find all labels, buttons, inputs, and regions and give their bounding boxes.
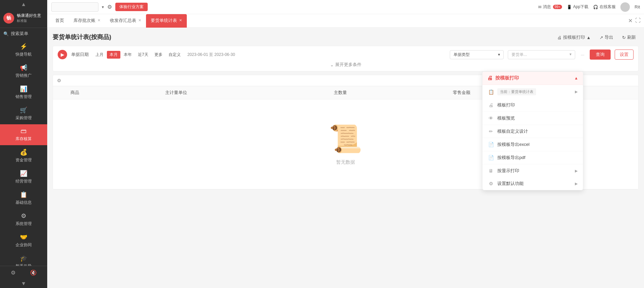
th-quantity: 主数量 bbox=[330, 86, 449, 99]
dropdown-export-excel[interactable]: 📄 按模板导出excel bbox=[482, 138, 583, 151]
dropdown-template-preview[interactable]: 👁 模板预览 bbox=[482, 112, 583, 125]
dropdown-header[interactable]: 🖨 按模板打印 ▲ bbox=[482, 72, 583, 85]
sidebar-item-inventory[interactable]: 🗃 库存核算 bbox=[0, 124, 47, 145]
chevron-down-icon: ▾ bbox=[498, 52, 500, 57]
sidebar-nav: ⚡ 快捷导航 📢 营销推广 📊 销售管理 🛒 采购管理 🗃 库存核算 💰 资金管… bbox=[0, 39, 47, 266]
sidebar-item-sales[interactable]: 📊 销售管理 bbox=[0, 82, 47, 103]
template-custom-icon: ✏ bbox=[488, 129, 494, 134]
sidebar-item-guide[interactable]: 🎓 新手引导 bbox=[0, 251, 47, 266]
query-button[interactable]: 查询 bbox=[590, 50, 611, 60]
sidebar-item-basic[interactable]: 📋 基础信息 bbox=[0, 188, 47, 209]
order-category-label: 要货单... bbox=[511, 52, 527, 57]
app-download-action[interactable]: 📱 App下载 bbox=[567, 4, 588, 10]
template-print-btn[interactable]: 🖨 按模板打印 ▲ bbox=[555, 33, 593, 42]
sidebar-item-label-finance: 资金管理 bbox=[16, 157, 32, 163]
default-setting-arrow: ▶ bbox=[575, 182, 578, 186]
online-service-label: 在线客服 bbox=[599, 4, 616, 10]
message-badge: 99+ bbox=[553, 5, 562, 9]
tab-order-stats[interactable]: 要货单统计表✕ bbox=[146, 14, 187, 28]
export-btn[interactable]: ↗ 导出 bbox=[597, 33, 616, 42]
tab-home[interactable]: 首页 bbox=[51, 14, 69, 28]
tab-close-inventory-batch[interactable]: ✕ bbox=[97, 18, 100, 23]
app-download-label: App下载 bbox=[573, 4, 588, 10]
quick-nav-icon: ⚡ bbox=[20, 43, 27, 50]
message-action[interactable]: ✉ 消息 99+ bbox=[538, 4, 562, 10]
online-service-action[interactable]: 🎧 在线客服 bbox=[593, 4, 616, 10]
tab-close-receipt-summary[interactable]: ✕ bbox=[138, 18, 141, 23]
template-custom-label: 模板自定义设计 bbox=[497, 128, 528, 134]
dropdown-export-pdf[interactable]: 📄 按模板导出pdf bbox=[482, 151, 583, 164]
table-settings-icon[interactable]: ⚙ bbox=[57, 78, 61, 83]
mute-icon[interactable]: 🔇 bbox=[30, 269, 37, 276]
user-avatar[interactable] bbox=[620, 2, 630, 12]
date-btn-last7days[interactable]: 近7天 bbox=[135, 51, 151, 59]
topbar-dropdown-arrow[interactable]: ▾ bbox=[102, 5, 104, 9]
date-btn-current-month[interactable]: 本月 bbox=[107, 51, 120, 59]
date-btn-prev-month[interactable]: 上月 bbox=[93, 51, 106, 59]
current-arrow: ▶ bbox=[575, 90, 578, 94]
window-expand-btn[interactable]: ⛶ bbox=[635, 18, 641, 24]
th-unit: 主计量单位 bbox=[161, 86, 330, 99]
ellipsis-action[interactable]: ··· bbox=[581, 52, 584, 57]
tab-label-receipt-summary: 收发存汇总表 bbox=[110, 18, 136, 24]
sidebar-item-marketing[interactable]: 📢 营销推广 bbox=[0, 61, 47, 82]
download-icon: 📱 bbox=[567, 5, 572, 9]
topbar-gear-icon[interactable]: ⚙ bbox=[107, 4, 112, 10]
sidebar-item-system[interactable]: ⚙ 系统管理 bbox=[0, 209, 47, 230]
dropdown-template-print[interactable]: 🖨 模板打印 bbox=[482, 99, 583, 112]
sidebar-scroll-down[interactable]: ▼ bbox=[0, 279, 47, 288]
expand-label: 展开更多条件 bbox=[335, 62, 361, 68]
dropdown-template-custom[interactable]: ✏ 模板自定义设计 bbox=[482, 125, 583, 138]
topbar-actions: ✉ 消息 99+ 📱 App下载 🎧 在线客服 Rit bbox=[538, 2, 640, 12]
sidebar-scroll-up[interactable]: ▲ bbox=[0, 0, 47, 9]
sidebar-item-purchase[interactable]: 🛒 采购管理 bbox=[0, 103, 47, 124]
template-preview-label: 模板预览 bbox=[497, 115, 515, 121]
search-icon: 🔍 bbox=[3, 31, 9, 36]
dropdown-display-print[interactable]: 🖥 按显示打印 ▶ bbox=[482, 164, 583, 177]
dropdown-default-setting[interactable]: ⚙ 设置默认功能 ▶ bbox=[482, 177, 583, 190]
setting-button[interactable]: 设置 bbox=[615, 50, 634, 60]
dropdown-current-item[interactable]: 📋 当前：要货单统计表 ▶ bbox=[482, 85, 583, 99]
settings-icon[interactable]: ⚙ bbox=[11, 269, 16, 276]
tab-inventory-batch[interactable]: 库存批次账✕ bbox=[69, 14, 105, 28]
order-type-select[interactable]: 单据类型 ▾ bbox=[450, 50, 504, 59]
sidebar-item-label-purchase: 采购管理 bbox=[16, 115, 32, 121]
tabs-bar: 首页库存批次账✕收发存汇总表✕要货单统计表✕ ✕ ⛶ bbox=[47, 14, 644, 28]
filter-row: ▶ 单据日期 上月本月本年近7天更多自定义 2023-06-01 至 2023-… bbox=[58, 50, 634, 60]
order-category-filter[interactable]: 要货单... ▾ bbox=[508, 50, 575, 59]
expand-more-btn[interactable]: ⌄ 展开更多条件 bbox=[58, 62, 634, 68]
sidebar-item-quick-nav[interactable]: ⚡ 快捷导航 bbox=[0, 39, 47, 61]
trial-btn[interactable]: 体验行业方案 bbox=[115, 3, 148, 11]
empty-text: 暂无数据 bbox=[336, 159, 355, 165]
message-label: 消息 bbox=[543, 4, 551, 10]
date-btn-current-year[interactable]: 本年 bbox=[121, 51, 135, 59]
logo-subtitle: 标准版 bbox=[17, 19, 41, 23]
th-product: 商品 bbox=[66, 86, 161, 99]
sidebar-item-enterprise[interactable]: 🤝 企业协同 bbox=[0, 230, 47, 251]
sidebar-item-finance[interactable]: 💰 资金管理 bbox=[0, 145, 47, 166]
sidebar-search[interactable]: 🔍 搜索菜单 bbox=[0, 28, 47, 39]
expand-icon: ⌄ bbox=[330, 62, 334, 67]
topbar-search-input[interactable] bbox=[51, 2, 98, 12]
date-btn-more[interactable]: 更多 bbox=[152, 51, 165, 59]
sidebar: ▲ 畅 畅康通好生意 标准版 🔍 搜索菜单 ⚡ 快捷导航 📢 营销推广 📊 销售… bbox=[0, 0, 47, 288]
system-icon: ⚙ bbox=[21, 212, 26, 220]
tab-label-inventory-batch: 库存批次账 bbox=[74, 18, 95, 24]
sidebar-bottom: ⚙ 🔇 bbox=[0, 266, 47, 279]
sidebar-item-operation[interactable]: 📈 经营管理 bbox=[0, 166, 47, 188]
sidebar-item-label-quick-nav: 快捷导航 bbox=[16, 52, 32, 57]
expand-toggle-btn[interactable]: ▶ bbox=[58, 50, 67, 59]
window-close-btn[interactable]: ✕ bbox=[628, 18, 633, 24]
date-btn-custom[interactable]: 自定义 bbox=[166, 51, 183, 59]
sidebar-item-label-guide: 新手引导 bbox=[16, 263, 32, 266]
sidebar-item-label-enterprise: 企业协同 bbox=[16, 242, 32, 248]
tab-receipt-summary[interactable]: 收发存汇总表✕ bbox=[105, 14, 146, 28]
basic-icon: 📋 bbox=[20, 191, 27, 198]
tab-close-order-stats[interactable]: ✕ bbox=[179, 18, 182, 23]
page-title: 要货单统计表(按商品) bbox=[53, 33, 639, 41]
topbar: ▾ ⚙ 体验行业方案 ✉ 消息 99+ 📱 App下载 🎧 在线客服 Rit bbox=[47, 0, 644, 14]
inventory-icon: 🗃 bbox=[21, 128, 27, 135]
refresh-btn[interactable]: ↻ 刷新 bbox=[619, 33, 639, 42]
template-print-icon: 🖨 bbox=[488, 102, 494, 108]
th-extra bbox=[593, 86, 638, 99]
